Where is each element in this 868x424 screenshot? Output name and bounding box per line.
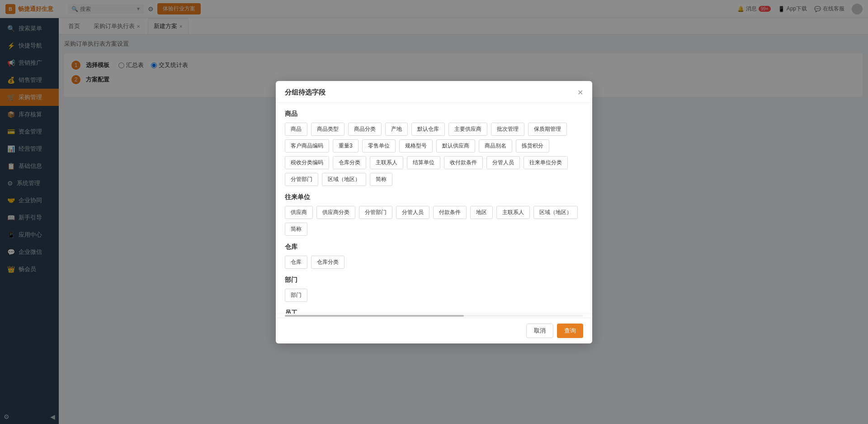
tag-product-19[interactable]: 收付款条件 (444, 156, 483, 169)
tag-partner-8[interactable]: 简称 (285, 223, 307, 236)
cancel-button[interactable]: 取消 (526, 324, 553, 338)
modal-title: 分组待选字段 (285, 88, 326, 97)
scroll-track[interactable] (285, 315, 583, 317)
tag-warehouse-1[interactable]: 仓库分类 (311, 256, 344, 269)
tag-product-9[interactable]: 重量3 (333, 139, 359, 152)
tag-product-17[interactable]: 主联系人 (370, 156, 403, 169)
section-warehouse-tags: 仓库 仓库分类 (285, 256, 583, 269)
tag-product-16[interactable]: 仓库分类 (333, 156, 366, 169)
field-select-modal: 分组待选字段 ✕ 商品 商品 商品类型 商品分类 产地 默认仓库 主要供应商 批… (276, 81, 592, 343)
modal-footer: 取消 查询 (276, 318, 592, 343)
modal-header: 分组待选字段 ✕ (276, 81, 592, 103)
tag-partner-7[interactable]: 区域（地区） (533, 206, 578, 219)
modal-close-btn[interactable]: ✕ (577, 88, 583, 97)
section-employee: 员工 业务员 (285, 309, 583, 314)
section-product: 商品 商品 商品类型 商品分类 产地 默认仓库 主要供应商 批次管理 保质期管理… (285, 110, 583, 186)
tag-department-0[interactable]: 部门 (285, 289, 307, 302)
tag-product-22[interactable]: 分管部门 (285, 173, 318, 186)
tag-product-7[interactable]: 保质期管理 (528, 123, 567, 136)
scroll-thumb[interactable] (285, 315, 464, 317)
tag-partner-4[interactable]: 付款条件 (433, 206, 467, 219)
tag-product-1[interactable]: 商品类型 (311, 123, 344, 136)
tag-product-10[interactable]: 零售单位 (362, 139, 396, 152)
tag-product-14[interactable]: 拣货积分 (516, 139, 549, 152)
tag-product-11[interactable]: 规格型号 (399, 139, 433, 152)
section-partner-title: 往来单位 (285, 193, 583, 201)
tag-product-24[interactable]: 简称 (370, 173, 392, 186)
section-partner-tags: 供应商 供应商分类 分管部门 分管人员 付款条件 地区 主联系人 区域（地区） … (285, 206, 583, 236)
tag-partner-3[interactable]: 分管人员 (396, 206, 429, 219)
section-department: 部门 部门 (285, 276, 583, 302)
tag-product-5[interactable]: 主要供应商 (448, 123, 487, 136)
section-warehouse-title: 仓库 (285, 243, 583, 251)
tag-product-0[interactable]: 商品 (285, 123, 307, 136)
modal-body[interactable]: 商品 商品 商品类型 商品分类 产地 默认仓库 主要供应商 批次管理 保质期管理… (276, 103, 592, 314)
tag-product-18[interactable]: 结算单位 (407, 156, 440, 169)
tag-product-4[interactable]: 默认仓库 (411, 123, 445, 136)
tag-product-21[interactable]: 往来单位分类 (524, 156, 568, 169)
modal-scroll-x (276, 314, 592, 318)
tag-product-2[interactable]: 商品分类 (348, 123, 382, 136)
tag-product-15[interactable]: 税收分类编码 (285, 156, 329, 169)
section-partner: 往来单位 供应商 供应商分类 分管部门 分管人员 付款条件 地区 主联系人 区域… (285, 193, 583, 236)
tag-partner-1[interactable]: 供应商分类 (316, 206, 355, 219)
tag-partner-2[interactable]: 分管部门 (359, 206, 392, 219)
section-employee-title: 员工 (285, 309, 583, 314)
modal-overlay: 分组待选字段 ✕ 商品 商品 商品类型 商品分类 产地 默认仓库 主要供应商 批… (0, 0, 868, 424)
tag-product-13[interactable]: 商品别名 (479, 139, 512, 152)
tag-product-20[interactable]: 分管人员 (486, 156, 520, 169)
tag-warehouse-0[interactable]: 仓库 (285, 256, 307, 269)
tag-product-12[interactable]: 默认供应商 (436, 139, 475, 152)
tag-product-3[interactable]: 产地 (385, 123, 408, 136)
section-department-title: 部门 (285, 276, 583, 284)
section-product-title: 商品 (285, 110, 583, 118)
tag-partner-0[interactable]: 供应商 (285, 206, 313, 219)
tag-product-6[interactable]: 批次管理 (491, 123, 524, 136)
confirm-button[interactable]: 查询 (557, 324, 583, 338)
section-warehouse: 仓库 仓库 仓库分类 (285, 243, 583, 269)
section-product-tags: 商品 商品类型 商品分类 产地 默认仓库 主要供应商 批次管理 保质期管理 客户… (285, 123, 583, 186)
section-department-tags: 部门 (285, 289, 583, 302)
tag-product-8[interactable]: 客户商品编码 (285, 139, 329, 152)
tag-partner-5[interactable]: 地区 (470, 206, 493, 219)
tag-partner-6[interactable]: 主联系人 (496, 206, 530, 219)
tag-product-23[interactable]: 区域（地区） (322, 173, 366, 186)
